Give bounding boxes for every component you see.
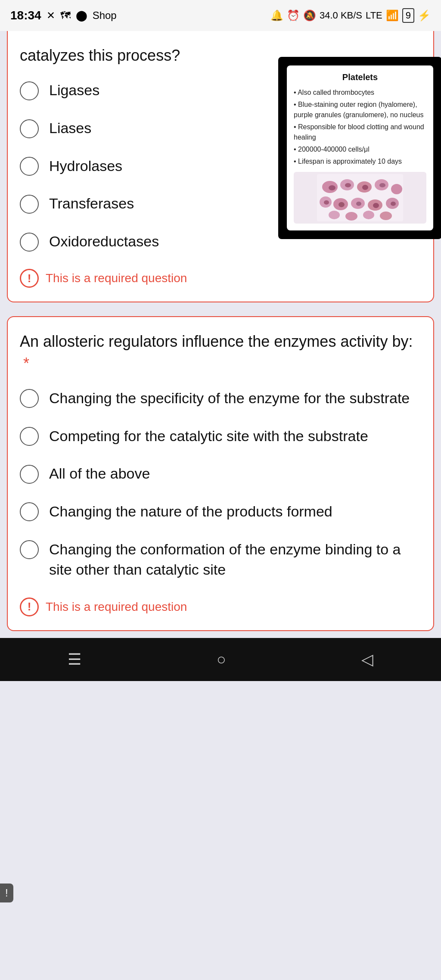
status-icon-x: ✕ [47, 9, 55, 22]
popup-bullet-1: • Also called thrombocytes [294, 87, 426, 98]
data-speed: 34.0 KB/S [320, 10, 362, 21]
radio-oxidoreductases[interactable] [20, 233, 39, 252]
radio-second-1[interactable] [20, 389, 39, 408]
svg-point-20 [329, 211, 340, 219]
popup-bullet-5: • Lifespan is approximately 10 days [294, 156, 426, 167]
nav-home-icon[interactable]: ○ [217, 650, 226, 669]
clock-icon: ⏰ [287, 9, 300, 22]
label-oxidoreductases: Oxidoreductases [49, 231, 159, 252]
radio-second-5[interactable] [20, 540, 39, 559]
label-ligases: Ligases [49, 80, 99, 101]
status-icon-circle: ⬤ [76, 9, 87, 22]
label-second-1: Changing the specificity of the enzyme f… [49, 388, 410, 409]
error-icon-2: ! [20, 597, 39, 616]
second-error-text: This is a required question [46, 600, 187, 614]
svg-point-21 [345, 212, 357, 221]
label-liases: Liases [49, 118, 91, 139]
svg-point-2 [329, 185, 335, 190]
nav-menu-icon[interactable]: ☰ [68, 650, 81, 669]
second-option-4[interactable]: Changing the nature of the products form… [20, 501, 421, 522]
svg-point-17 [373, 203, 379, 208]
svg-point-6 [362, 185, 368, 190]
bell-icon: 🔕 [303, 9, 316, 22]
label-second-5: Changing the conformation of the enzyme … [49, 539, 421, 580]
charging-icon: ⚡ [418, 9, 431, 22]
svg-point-9 [391, 184, 402, 194]
svg-point-4 [345, 183, 351, 187]
status-right: 🔔 ⏰ 🔕 34.0 KB/S LTE 📶 9 ⚡ [270, 8, 431, 23]
popup-bullet-4: • 200000-400000 cells/μl [294, 144, 426, 155]
required-asterisk: * [23, 355, 29, 372]
label-second-2: Competing for the catalytic site with th… [49, 426, 368, 447]
status-bar: 18:34 ✕ 🗺 ⬤ Shop 🔔 ⏰ 🔕 34.0 KB/S LTE 📶 9… [0, 0, 441, 31]
status-time: 18:34 [10, 9, 41, 22]
svg-point-19 [391, 202, 396, 206]
svg-point-13 [339, 202, 345, 207]
first-error-text: This is a required question [46, 271, 187, 285]
label-second-3: All of the above [49, 464, 150, 484]
radio-transferases[interactable] [20, 195, 39, 214]
section-gap [0, 309, 441, 316]
second-option-1[interactable]: Changing the specificity of the enzyme f… [20, 388, 421, 409]
svg-point-15 [356, 202, 361, 206]
second-question-text: An allosteric regulators influence the e… [20, 331, 421, 374]
battery-icon: 9 [402, 8, 414, 23]
status-shop-label: Shop [93, 9, 117, 22]
svg-point-8 [379, 183, 385, 187]
signal-bars: 📶 [386, 9, 399, 22]
svg-point-23 [380, 212, 392, 220]
second-option-2[interactable]: Competing for the catalytic site with th… [20, 426, 421, 447]
popup-bullet-3: • Responsible for blood clotting and wou… [294, 122, 426, 143]
bottom-navigation: ☰ ○ ◁ [0, 638, 441, 681]
popup-content: Platelets • Also called thrombocytes • B… [287, 65, 433, 230]
first-question-partial: catalyzes this process? [20, 47, 180, 64]
platelet-image [294, 172, 426, 224]
alarm-icon: 🔔 [270, 9, 283, 22]
second-question-label: An allosteric regulators influence the e… [20, 333, 413, 350]
radio-second-3[interactable] [20, 465, 39, 484]
label-second-4: Changing the nature of the products form… [49, 501, 332, 522]
second-card-error: ! This is a required question [20, 597, 421, 616]
radio-liases[interactable] [20, 119, 39, 138]
radio-second-4[interactable] [20, 502, 39, 521]
platelets-popup: Platelets • Also called thrombocytes • B… [278, 57, 441, 239]
radio-second-2[interactable] [20, 427, 39, 446]
status-icon-map: 🗺 [60, 9, 71, 22]
network-type: LTE [366, 10, 382, 21]
radio-hydrolases[interactable] [20, 157, 39, 176]
side-button[interactable]: ! [0, 884, 13, 902]
first-card-error: ! This is a required question [20, 269, 421, 288]
label-hydrolases: Hydrolases [49, 156, 122, 177]
second-question-card: An allosteric regulators influence the e… [7, 316, 434, 631]
error-icon-1: ! [20, 269, 39, 288]
popup-title: Platelets [294, 72, 426, 82]
first-question-card: Platelets • Also called thrombocytes • B… [7, 31, 434, 302]
popup-bullet-2: • Blue-staining outer region (hyalomere)… [294, 100, 426, 120]
nav-back-icon[interactable]: ◁ [361, 650, 373, 669]
svg-point-11 [324, 200, 329, 205]
second-option-5[interactable]: Changing the conformation of the enzyme … [20, 539, 421, 580]
second-option-3[interactable]: All of the above [20, 464, 421, 484]
side-button-label: ! [5, 887, 8, 899]
status-left: 18:34 ✕ 🗺 ⬤ Shop [10, 9, 117, 22]
label-transferases: Transferases [49, 193, 134, 214]
radio-ligases[interactable] [20, 81, 39, 100]
svg-point-22 [363, 211, 374, 219]
